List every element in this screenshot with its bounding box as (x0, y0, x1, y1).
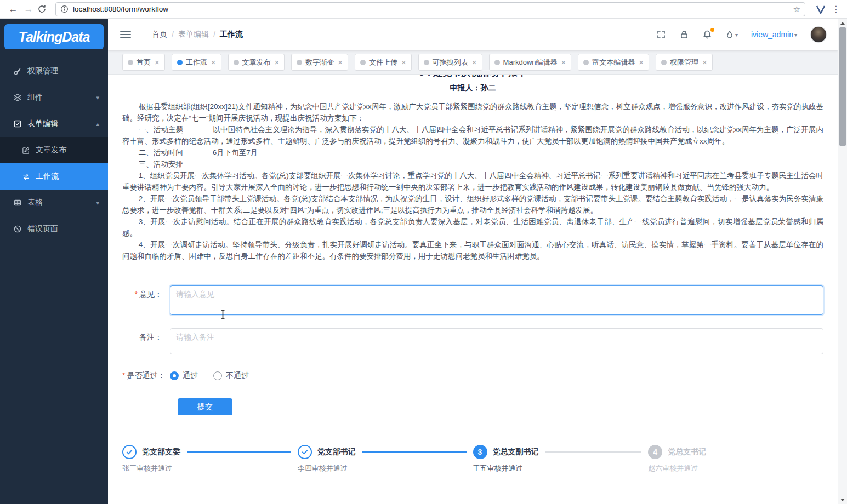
document-title: 8：建党节庆祝活动申报单 (122, 75, 823, 79)
tab-close-icon[interactable]: × (561, 58, 566, 66)
tab-label: Markdown编辑器 (503, 58, 558, 67)
step-connector (187, 451, 291, 453)
sidebar-item-permissions[interactable]: 权限管理 (0, 58, 108, 84)
bookmark-star-icon[interactable]: ☆ (793, 4, 800, 14)
document-paragraph: 二、活动时间 6月下旬至7月 (122, 147, 823, 158)
radio-label: 不通过 (226, 371, 249, 381)
tab-markdown-editor[interactable]: Markdown编辑器 × (489, 54, 572, 71)
tab-dot-icon (128, 60, 133, 65)
tab-dot-icon (234, 60, 239, 65)
step-connector (545, 451, 642, 453)
radio-option-pass[interactable]: 通过 (170, 371, 198, 381)
sidebar-item-tables[interactable]: 表格 ▾ (0, 190, 108, 216)
theme-dropdown[interactable]: ▾ (725, 30, 738, 39)
submit-button[interactable]: 提交 (178, 398, 232, 415)
tab-permissions[interactable]: 权限管理 × (656, 54, 713, 71)
tab-label: 数字渐变 (305, 58, 334, 67)
opinion-label: *意见： (122, 285, 170, 315)
tab-file-upload[interactable]: 文件上传 × (355, 54, 412, 71)
pass-label: *是否通过： (122, 371, 170, 381)
browser-refresh-icon[interactable] (37, 4, 47, 14)
sidebar-item-form-edit[interactable]: 表单编辑 ▴ (0, 111, 108, 137)
section-divider (122, 273, 823, 273)
lock-icon[interactable] (679, 30, 689, 39)
page-scrollbar[interactable] (838, 19, 847, 504)
document-paragraph: 根据县委组织部(组织[20xx]21)文件通知精神，为纪念中国共产党建党xx周年… (122, 101, 823, 124)
sidebar-item-label: 表单编辑 (27, 119, 58, 129)
step-general-secretary: 4 党总支书记 赵六审核并通过 (648, 445, 823, 473)
tab-close-icon[interactable]: × (338, 58, 343, 66)
sidebar-item-components[interactable]: 组件 ▾ (0, 84, 108, 111)
tab-close-icon[interactable]: × (639, 58, 644, 66)
sidebar-item-error-pages[interactable]: 错误页面 (0, 216, 108, 242)
breadcrumb-home[interactable]: 首页 (152, 30, 167, 39)
header-actions: ▾ iview_admin ▾ (656, 26, 838, 43)
address-bar[interactable]: localhost:8080/form/workflow ☆ (55, 2, 805, 16)
step-title: 党支部支委 (142, 447, 180, 457)
tab-close-icon[interactable]: × (401, 58, 406, 66)
tab-article-publish[interactable]: 文章发布 × (228, 54, 285, 71)
document-body: 根据县委组织部(组织[20xx]21)文件通知精神，为纪念中国共产党建党xx周年… (122, 101, 823, 262)
workflow-page: 8：建党节庆祝活动申报单 申报人：孙二 根据县委组织部(组织[20xx]21)文… (108, 75, 838, 504)
document-paragraph: 一、活动主题 以中国特色社会主义理论为指导，深入贯彻落实党的十八大、十八届四中全… (122, 124, 823, 147)
submit-row: 提交 (178, 398, 823, 415)
step-description: 赵六审核并通过 (648, 463, 823, 473)
sidebar-item-label: 错误页面 (27, 224, 58, 234)
scroll-down-icon[interactable] (838, 495, 847, 504)
tab-close-icon[interactable]: × (702, 58, 707, 66)
notification-bell-icon[interactable] (702, 30, 712, 39)
tab-home[interactable]: 首页 × (122, 54, 165, 71)
sidebar-item-label: 表格 (27, 198, 43, 208)
fullscreen-icon[interactable] (656, 30, 666, 39)
url-text: localhost:8080/form/workflow (73, 5, 793, 13)
tab-dot-icon (583, 60, 589, 65)
step-title: 党总支副书记 (493, 447, 539, 457)
notification-badge (710, 28, 714, 32)
browser-menu-icon[interactable]: ⋮ (831, 4, 842, 14)
tab-workflow[interactable]: 工作流 × (172, 54, 221, 71)
remark-textarea[interactable] (170, 328, 823, 354)
key-icon (13, 67, 22, 76)
tab-dot-icon (360, 60, 366, 65)
vimium-extension-icon[interactable] (815, 4, 826, 15)
step-description: 李四审核并通过 (298, 463, 473, 473)
tab-label: 权限管理 (670, 58, 698, 67)
browser-forward-icon[interactable]: → (21, 4, 36, 15)
step-check-icon (122, 445, 137, 459)
sidebar-item-article-publish[interactable]: 文章发布 (0, 137, 108, 163)
breadcrumb: 首页 / 表单编辑 / 工作流 (152, 30, 243, 39)
tab-close-icon[interactable]: × (472, 58, 477, 66)
tab-label: 可拖拽列表 (433, 58, 468, 67)
step-number-badge: 3 (473, 445, 487, 459)
user-avatar[interactable] (810, 26, 827, 43)
breadcrumb-form-edit[interactable]: 表单编辑 (178, 30, 209, 39)
step-branch-secretary: 党支部书记 李四审核并通过 (298, 445, 473, 473)
step-description: 王五审核并通过 (473, 463, 649, 473)
sidebar-toggle-icon[interactable] (120, 30, 131, 39)
radio-option-fail[interactable]: 不通过 (213, 371, 249, 381)
opened-tabs-bar: 首页 × 工作流 × 文章发布 × 数字渐变 × 文件上传 × 可拖拽列表 × … (108, 50, 838, 75)
browser-toolbar: ← → localhost:8080/form/workflow ☆ ⋮ (0, 0, 847, 19)
scroll-up-icon[interactable] (838, 19, 847, 27)
user-dropdown[interactable]: iview_admin ▾ (751, 30, 797, 39)
opinion-row: *意见： (122, 285, 823, 315)
tab-close-icon[interactable]: × (155, 58, 160, 66)
page-info-icon[interactable] (60, 5, 69, 13)
tab-dot-icon (297, 60, 302, 65)
chevron-up-icon: ▴ (96, 121, 99, 128)
scrollbar-thumb[interactable] (839, 27, 846, 146)
document-paragraph: 三、活动安排 (122, 158, 823, 170)
tab-close-icon[interactable]: × (275, 58, 280, 66)
breadcrumb-separator: / (172, 30, 174, 39)
required-mark: * (135, 290, 138, 299)
tab-number-gradient[interactable]: 数字渐变 × (291, 54, 348, 71)
step-number-badge: 4 (648, 445, 662, 459)
step-title: 党总支书记 (668, 447, 706, 457)
tab-draggable-list[interactable]: 可拖拽列表 × (418, 54, 482, 71)
opinion-textarea[interactable] (170, 285, 823, 315)
tab-richtext-editor[interactable]: 富文本编辑器 × (578, 54, 649, 71)
tab-label: 文件上传 (369, 58, 397, 67)
tab-close-icon[interactable]: × (211, 58, 216, 66)
browser-back-icon[interactable]: ← (5, 4, 21, 15)
sidebar-item-workflow[interactable]: 工作流 (0, 163, 108, 190)
